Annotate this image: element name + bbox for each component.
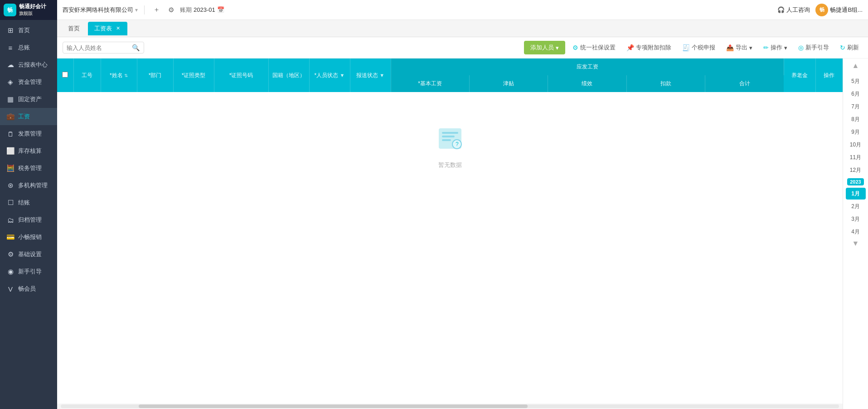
invoice-icon: 🗒 xyxy=(6,130,15,138)
sidebar-item-close[interactable]: ☐ 结账 xyxy=(0,194,57,211)
main-area: 西安虾米网络科技有限公司 ▾ ＋ ⚙ 账期 2023-01 📅 🎧 人工咨询 畅… xyxy=(57,0,868,409)
special-deduct-button[interactable]: 📌 专项附加扣除 xyxy=(623,41,675,54)
sidebar-item-fixed-assets[interactable]: ▦ 固定资产 xyxy=(0,91,57,108)
company-name: 西安虾米网络科技有限公司 xyxy=(63,6,133,14)
table-wrap: 工号 *姓名 ⇅ *部门 *证照类型 *证照号码 国籍（地区） xyxy=(57,58,843,404)
sidebar-item-home[interactable]: ⊞ 首页 xyxy=(0,22,57,39)
sidebar-item-cloud-report[interactable]: ☁ 云报表中心 xyxy=(0,56,57,73)
social-security-label: 统一社保设置 xyxy=(580,44,616,52)
sidebar-item-settings[interactable]: ⚙ 基础设置 xyxy=(0,246,57,263)
app-logo: 畅 畅通好会计 旗舰版 xyxy=(0,0,57,20)
user-menu[interactable]: 畅 畅捷通B组... xyxy=(815,4,863,16)
th-checkbox[interactable] xyxy=(57,58,73,92)
month-3[interactable]: 3月 xyxy=(846,213,866,225)
archive-icon: 🗂 xyxy=(6,216,15,224)
sidebar-item-archive[interactable]: 🗂 归档管理 xyxy=(0,211,57,229)
month-8[interactable]: 8月 xyxy=(846,113,866,125)
month-5[interactable]: 5月 xyxy=(846,75,866,87)
export-icon: 📤 xyxy=(726,44,734,51)
svg-rect-1 xyxy=(442,132,458,134)
panel-up-arrow[interactable]: ▲ xyxy=(850,60,861,71)
company-selector[interactable]: 西安虾米网络科技有限公司 ▾ xyxy=(63,6,138,14)
help-button[interactable]: 🎧 人工咨询 xyxy=(777,6,810,14)
search-input[interactable] xyxy=(67,44,130,51)
empty-state: ? 暂无数据 xyxy=(57,92,843,196)
user-label: 畅捷通B组... xyxy=(830,6,863,14)
sidebar-item-fund[interactable]: ◈ 资金管理 xyxy=(0,73,57,91)
bottom-scrollbar[interactable] xyxy=(57,404,843,409)
month-12[interactable]: 12月 xyxy=(846,164,866,176)
period-value: 2023-01 xyxy=(194,6,215,13)
th-idtype: *证照类型 xyxy=(173,58,214,92)
sidebar-item-expense[interactable]: 💳 小畅报销 xyxy=(0,229,57,246)
sidebar-item-invoice[interactable]: 🗒 发票管理 xyxy=(0,125,57,142)
month-7[interactable]: 7月 xyxy=(846,101,866,112)
sidebar-item-tax[interactable]: 🧮 税务管理 xyxy=(0,160,57,177)
right-panel: ▲ 5月 6月 7月 8月 9月 10月 11月 12月 2023 1月 2月 … xyxy=(843,58,868,409)
personal-tax-button[interactable]: 🧾 个税申报 xyxy=(679,41,719,54)
special-deduct-label: 专项附加扣除 xyxy=(636,44,671,52)
new-guide-button[interactable]: ◎ 新手引导 xyxy=(795,41,833,54)
sidebar-item-label: 总账 xyxy=(18,44,30,52)
sidebar-item-member[interactable]: V 畅会员 xyxy=(0,280,57,297)
sidebar-item-label: 首页 xyxy=(18,26,30,34)
rstatus-filter-icon[interactable]: ▼ xyxy=(379,73,384,78)
month-11[interactable]: 11月 xyxy=(846,151,866,163)
sidebar-item-multi-org[interactable]: ⊛ 多机构管理 xyxy=(0,177,57,194)
settings-icon: ⚙ xyxy=(6,250,15,258)
th-name: *姓名 ⇅ xyxy=(101,58,137,92)
social-security-icon: ⚙ xyxy=(572,44,578,51)
sidebar-item-ledger[interactable]: ≡ 总账 xyxy=(0,39,57,56)
member-icon: V xyxy=(6,285,15,293)
multi-org-icon: ⊛ xyxy=(6,181,15,190)
settings-button[interactable]: ⚙ xyxy=(165,5,176,15)
close-period-icon: ☐ xyxy=(6,199,15,207)
calendar-icon[interactable]: 📅 xyxy=(217,6,224,13)
sidebar: 畅 畅通好会计 旗舰版 ⊞ 首页 ≡ 总账 ☁ 云报表中心 ◈ 资金管理 ▦ 固… xyxy=(0,0,57,409)
sidebar-item-guide[interactable]: ◉ 新手引导 xyxy=(0,263,57,280)
period-selector: 账期 2023-01 📅 xyxy=(180,6,224,14)
sidebar-item-inventory[interactable]: ⬜ 库存核算 xyxy=(0,142,57,160)
tax-icon: 🧮 xyxy=(6,164,15,172)
month-9[interactable]: 9月 xyxy=(846,126,866,138)
th-pstatus: *人员状态 ▼ xyxy=(309,58,350,92)
operations-dropdown-icon: ▾ xyxy=(784,44,787,51)
payroll-table: 工号 *姓名 ⇅ *部门 *证照类型 *证照号码 国籍（地区） xyxy=(57,58,843,92)
sidebar-item-label: 新手引导 xyxy=(18,268,42,276)
pstatus-filter-icon[interactable]: ▼ xyxy=(340,73,345,78)
personal-tax-icon: 🧾 xyxy=(682,44,690,51)
select-all-checkbox[interactable] xyxy=(62,72,68,78)
tab-close-icon[interactable]: ✕ xyxy=(115,25,121,32)
tab-payroll-table[interactable]: 工资表 ✕ xyxy=(88,22,127,35)
th-performance: 绩效 xyxy=(548,75,626,92)
scrollbar-track xyxy=(61,404,839,408)
month-2[interactable]: 2月 xyxy=(846,200,866,212)
th-total: 合计 xyxy=(705,75,784,92)
add-person-button[interactable]: 添加人员 ▾ xyxy=(524,41,565,54)
operations-button[interactable]: ✏ 操作 ▾ xyxy=(760,41,791,54)
topbar-divider-1 xyxy=(144,5,145,15)
new-guide-icon: ◎ xyxy=(798,44,804,51)
export-button[interactable]: 📤 导出 ▾ xyxy=(723,41,756,54)
user-avatar: 畅 xyxy=(815,4,828,16)
sidebar-item-label: 小畅报销 xyxy=(18,233,42,241)
month-4[interactable]: 4月 xyxy=(846,226,866,238)
month-10[interactable]: 10月 xyxy=(846,139,866,151)
refresh-button[interactable]: ↻ 刷新 xyxy=(836,41,863,54)
tab-home-label: 首页 xyxy=(68,24,80,33)
month-1[interactable]: 1月 xyxy=(846,188,866,200)
sidebar-item-label: 多机构管理 xyxy=(18,181,48,190)
social-security-button[interactable]: ⚙ 统一社保设置 xyxy=(569,41,619,54)
help-icon: 🎧 xyxy=(777,6,785,13)
month-6[interactable]: 6月 xyxy=(846,88,866,100)
app-name: 畅通好会计 xyxy=(19,3,46,10)
sidebar-item-payroll[interactable]: 💼 工资 xyxy=(0,108,57,125)
sidebar-item-label: 结账 xyxy=(18,199,30,207)
panel-down-arrow[interactable]: ▼ xyxy=(850,238,861,249)
add-company-button[interactable]: ＋ xyxy=(151,5,162,15)
th-idno: *证照号码 xyxy=(214,58,268,92)
th-action: 操作 xyxy=(815,58,843,92)
scrollbar-thumb xyxy=(139,404,528,408)
tab-home[interactable]: 首页 xyxy=(62,22,86,35)
toolbar: 🔍 添加人员 ▾ ⚙ 统一社保设置 📌 专项附加扣除 🧾 个税申报 📤 导出 xyxy=(57,37,868,58)
